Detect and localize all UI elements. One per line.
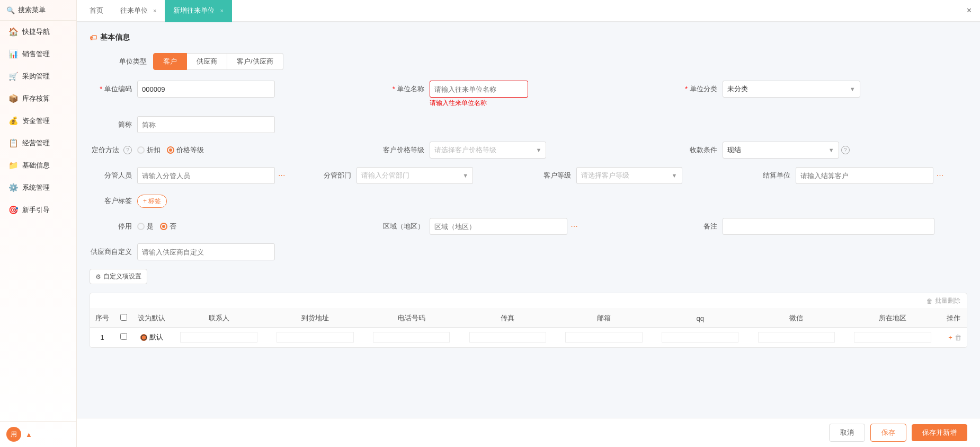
- purchase-icon: 🛒: [8, 72, 18, 81]
- region-input[interactable]: [430, 218, 567, 235]
- pricing-help-icon[interactable]: ?: [123, 146, 132, 154]
- row-checkbox[interactable]: [120, 333, 127, 340]
- customer-tag-label: 客户标签: [90, 192, 137, 209]
- tab-new-partner[interactable]: 新增往来单位×: [165, 0, 231, 22]
- table-column-header: 微信: [749, 309, 845, 328]
- chevron-down-icon5: ▼: [672, 172, 678, 179]
- table-column-header: 所在地区: [844, 309, 941, 328]
- tab-label-home: 首页: [90, 6, 103, 15]
- row-邮箱-cell: [556, 328, 652, 347]
- tab-home[interactable]: 首页: [81, 0, 112, 22]
- window-close-button[interactable]: ×: [963, 4, 976, 17]
- sidebar-label-finance: 资金管理: [22, 116, 50, 126]
- sidebar-item-inventory[interactable]: 📦库存核算: [0, 87, 76, 110]
- batch-delete-button[interactable]: 🗑 批量删除: [926, 296, 960, 305]
- payment-terms-field: 收款条件 现结 ▼ ?: [675, 142, 967, 159]
- row-所在地区-input[interactable]: [854, 332, 931, 343]
- row-qq-input[interactable]: [662, 332, 739, 343]
- unit-type-btn-both[interactable]: 客户/供应商: [227, 53, 283, 70]
- sidebar-item-system[interactable]: ⚙️系统管理: [0, 177, 76, 199]
- disable-no-radio[interactable]: 否: [160, 222, 176, 231]
- row-传真-input[interactable]: [469, 332, 547, 343]
- unit-category-select[interactable]: 未分类 ▼: [723, 81, 860, 98]
- customer-level-select[interactable]: 请选择客户等级 ▼: [576, 167, 682, 184]
- row-qq-cell: [652, 328, 749, 347]
- unit-type-btn-supplier[interactable]: 供应商: [187, 53, 227, 70]
- pricing-discount-radio[interactable]: 折扣: [137, 145, 161, 155]
- sidebar-label-quick-nav: 快捷导航: [22, 27, 50, 37]
- customer-price-select[interactable]: 请选择客户价格等级 ▼: [430, 142, 546, 159]
- supplier-custom-label: 供应商自定义: [90, 243, 137, 260]
- row-电话号码-input[interactable]: [373, 332, 450, 343]
- tab-label-partners: 往来单位: [120, 6, 148, 15]
- sidebar-label-purchase: 采购管理: [22, 72, 50, 81]
- supplier-custom-input[interactable]: [137, 243, 275, 260]
- delete-icon: 🗑: [926, 297, 933, 305]
- sidebar-item-sales[interactable]: 📊销售管理: [0, 43, 76, 65]
- region-label: 区域（地区）: [382, 218, 430, 235]
- form-area: 🏷 基本信息 单位类型 客户供应商客户/供应商 单位编码 单位名称 请输入往来单…: [77, 22, 980, 418]
- abbr-label: 简称: [90, 116, 137, 133]
- sidebar-label-sales: 销售管理: [22, 49, 50, 59]
- dept-label: 分管部门: [309, 167, 357, 184]
- search-menu[interactable]: 🔍 搜索菜单: [0, 0, 76, 21]
- unit-type-btn-customer[interactable]: 客户: [153, 53, 187, 70]
- region-field: 区域（地区） ···: [382, 218, 674, 235]
- row-微信-input[interactable]: [758, 332, 835, 343]
- customer-level-value: 请选择客户等级: [581, 171, 629, 180]
- add-tag-button[interactable]: + 标签: [137, 195, 167, 208]
- unit-name-input[interactable]: [430, 81, 528, 98]
- custom-setting-button[interactable]: ⚙ 自定义项设置: [90, 269, 147, 284]
- tab-label-new-partner: 新增往来单位: [173, 6, 215, 15]
- sidebar-item-purchase[interactable]: 🛒采购管理: [0, 65, 76, 87]
- unit-code-input[interactable]: [137, 81, 275, 98]
- manager-more-btn[interactable]: ···: [278, 167, 285, 184]
- row-联系人-input[interactable]: [180, 332, 257, 343]
- inventory-icon: 📦: [8, 94, 18, 103]
- settle-unit-input[interactable]: [796, 167, 933, 184]
- customer-price-field: 客户价格等级 请选择客户价格等级 ▼: [382, 142, 674, 159]
- row-所在地区-cell: [844, 328, 941, 347]
- tab-partners[interactable]: 往来单位×: [112, 0, 165, 22]
- tab-close-partners[interactable]: ×: [153, 7, 156, 14]
- cancel-button[interactable]: 取消: [829, 424, 865, 442]
- sidebar-label-base: 基础信息: [22, 161, 50, 170]
- row-到货地址-input[interactable]: [277, 332, 354, 343]
- row-邮箱-input[interactable]: [565, 332, 643, 343]
- sidebar-item-quick-nav[interactable]: 🏠快捷导航: [0, 21, 76, 43]
- row-传真-cell: [459, 328, 556, 347]
- settle-unit-more-btn[interactable]: ···: [937, 167, 943, 184]
- sidebar-item-finance[interactable]: 💰资金管理: [0, 110, 76, 132]
- dept-select[interactable]: 请输入分管部门 ▼: [357, 167, 473, 184]
- add-row-btn[interactable]: +: [948, 334, 952, 341]
- select-all-checkbox[interactable]: [120, 314, 127, 321]
- remark-input[interactable]: [723, 218, 934, 235]
- tab-bar: 首页往来单位×新增往来单位× ×: [77, 0, 980, 22]
- contact-table-section: 🗑 批量删除 序号设为默认联系人到货地址电话号码传真邮箱qq微信所在地区操作 1…: [90, 293, 967, 348]
- row-default-radio-label[interactable]: 默认: [138, 332, 166, 342]
- region-more-btn[interactable]: ···: [571, 218, 577, 235]
- sidebar: 🔍 搜索菜单 🏠快捷导航📊销售管理🛒采购管理📦库存核算💰资金管理📋经营管理📁基础…: [0, 0, 77, 447]
- payment-terms-select[interactable]: 现结 ▼: [723, 142, 839, 159]
- abbr-input[interactable]: [137, 116, 275, 133]
- finance-icon: 💰: [8, 116, 18, 126]
- sidebar-item-base[interactable]: 📁基础信息: [0, 154, 76, 177]
- save-new-button[interactable]: 保存并新增: [912, 424, 967, 441]
- sidebar-item-guide[interactable]: 🎯新手引导: [0, 199, 76, 221]
- search-icon: 🔍: [6, 6, 15, 14]
- disable-yes-radio[interactable]: 是: [137, 222, 154, 231]
- pricing-level-radio[interactable]: 价格等级: [167, 145, 204, 155]
- unit-name-field: 单位名称 请输入往来单位名称: [382, 81, 674, 108]
- delete-row-btn[interactable]: 🗑: [955, 334, 961, 341]
- save-button[interactable]: 保存: [870, 424, 906, 442]
- unit-type-row: 单位类型 客户供应商客户/供应商: [90, 53, 967, 70]
- disable-field: 停用 是 否: [90, 218, 382, 235]
- manager-input[interactable]: [137, 167, 275, 184]
- table-column-header: 设为默认: [132, 309, 171, 328]
- row-联系人-cell: [171, 328, 267, 347]
- sidebar-item-operation[interactable]: 📋经营管理: [0, 132, 76, 154]
- row-default-radio[interactable]: [140, 334, 147, 341]
- payment-help-icon[interactable]: ?: [841, 146, 850, 154]
- tab-close-new-partner[interactable]: ×: [220, 7, 223, 14]
- system-icon: ⚙️: [8, 183, 18, 192]
